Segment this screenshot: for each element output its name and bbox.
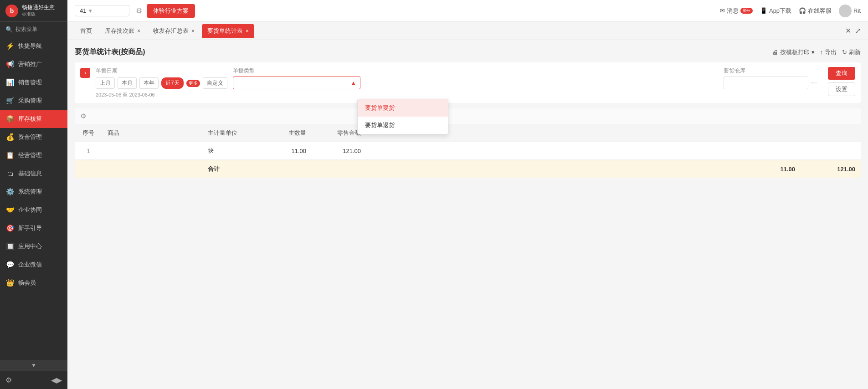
date-filter-group: 单据日期 上月 本月 本年 近7天 更多 自定义 2023-05-06 至 20… xyxy=(96,67,227,98)
finance-icon: 💰 xyxy=(5,133,15,142)
filter-actions: 查询 设置 xyxy=(828,67,855,96)
inventory-icon: 📦 xyxy=(5,114,15,123)
refresh-icon: ↻ xyxy=(842,49,847,56)
nav-label: 资金管理 xyxy=(18,133,42,141)
store-selector[interactable]: 41 ▾ xyxy=(75,5,129,16)
data-table-wrapper: ⚙ 序号 商品 主计量单位 主数量 零售金额 xyxy=(75,108,861,178)
tab-receive-summary[interactable]: 收发存汇总表 × xyxy=(148,24,200,38)
refresh-button[interactable]: ↻ 刷新 xyxy=(842,48,861,56)
sidebar-item-system[interactable]: ⚙️ 系统管理 xyxy=(0,183,67,201)
sidebar-item-guide[interactable]: 🎯 新手引导 xyxy=(0,219,67,237)
date-last-7-days[interactable]: 近7天 xyxy=(161,77,184,89)
sidebar-item-inventory[interactable]: 📦 库存核算 xyxy=(0,110,67,128)
nav-label: 采购管理 xyxy=(18,97,42,105)
filter-bar: › 单据日期 上月 本月 本年 近7天 更多 自定义 2023-05-06 至 … xyxy=(75,62,861,103)
sidebar-search[interactable]: 🔍 搜索菜单 xyxy=(0,22,67,37)
nav-label: 企业微信 xyxy=(18,261,42,269)
col-header-unit: 主计量单位 xyxy=(202,124,257,142)
sidebar-item-marketing[interactable]: 📢 营销推广 xyxy=(0,55,67,73)
warehouse-input[interactable] xyxy=(724,77,808,89)
user-name: Rit xyxy=(853,7,861,14)
tab-close-icon[interactable]: × xyxy=(137,28,140,34)
dropdown-item-return-goods[interactable]: 要货单退货 xyxy=(358,117,448,134)
topbar-gear-icon[interactable]: ⚙ xyxy=(136,6,142,15)
nav-label: 快捷导航 xyxy=(18,42,42,50)
online-service-label: 在线客服 xyxy=(808,7,832,15)
table-header-row: 序号 商品 主计量单位 主数量 零售金额 xyxy=(75,124,861,142)
type-label: 单据类型 xyxy=(233,67,360,75)
sidebar-bottom: ⚙ ◀▶ xyxy=(0,371,67,389)
sidebar-item-app-center[interactable]: 🔲 应用中心 xyxy=(0,237,67,256)
online-service-button[interactable]: 🎧 在线客服 xyxy=(799,7,832,15)
date-this-year[interactable]: 本年 xyxy=(139,77,159,89)
tab-order-summary[interactable]: 要货单统计表 × xyxy=(202,24,254,38)
cell-product xyxy=(102,142,202,160)
sidebar-item-business[interactable]: 📋 经营管理 xyxy=(0,146,67,164)
date-more-badge[interactable]: 更多 xyxy=(186,80,200,87)
tab-close-icon[interactable]: × xyxy=(246,28,249,34)
sidebar-scroll-down[interactable]: ▼ xyxy=(0,360,67,371)
topbar: 41 ▾ ⚙ 体验行业方案 ✉ 消息 99+ 📱 App下载 🎧 在线客服 R xyxy=(67,0,868,22)
enterprise-icon: 🤝 xyxy=(5,205,15,215)
tabbar: 首页 库存批次账 × 收发存汇总表 × 要货单统计表 × ✕ ⤢ xyxy=(67,22,868,40)
sidebar-item-member[interactable]: 👑 畅会员 xyxy=(0,274,67,292)
purchase-icon: 🛒 xyxy=(5,96,15,105)
sidebar-item-finance[interactable]: 💰 资金管理 xyxy=(0,128,67,146)
chevron-down-icon: ▾ xyxy=(89,7,92,14)
tab-inventory-batch[interactable]: 库存批次账 × xyxy=(99,24,146,38)
cell-extra xyxy=(366,142,861,160)
nav-label: 应用中心 xyxy=(18,242,42,251)
window-controls: ✕ ⤢ xyxy=(845,26,861,35)
query-button[interactable]: 查询 xyxy=(828,67,855,80)
print-label: 按模板打印 xyxy=(780,48,810,56)
content-area: 要货单统计表(按商品) 🖨 按模板打印 ▾ ↑ 导出 ↻ 刷新 xyxy=(67,40,868,389)
marketing-icon: 📢 xyxy=(5,60,15,69)
nav-label: 库存核算 xyxy=(18,115,42,123)
type-dropdown-menu: 要货单要货 要货单退货 xyxy=(357,99,448,134)
sidebar: b 畅捷通好生意 标准版 🔍 搜索菜单 ⚡ 快捷导航 📢 营销推广 📊 销售管理… xyxy=(0,0,67,389)
type-dropdown-arrow[interactable]: ▲ xyxy=(347,80,360,86)
chevron-down-icon: ▾ xyxy=(812,49,815,56)
collapse-icon[interactable]: ◀▶ xyxy=(51,376,62,384)
topbar-right: ✉ 消息 99+ 📱 App下载 🎧 在线客服 Rit xyxy=(720,5,861,17)
filter-expand-button[interactable]: › xyxy=(80,68,90,78)
tab-home[interactable]: 首页 xyxy=(75,24,98,38)
date-shortcut-row: 上月 本月 本年 近7天 更多 自定义 xyxy=(96,77,227,89)
quick-nav-icon: ⚡ xyxy=(5,41,15,51)
sidebar-item-quick-nav[interactable]: ⚡ 快捷导航 xyxy=(0,37,67,55)
brand-sub: 标准版 xyxy=(22,11,55,17)
app-download-button[interactable]: 📱 App下载 xyxy=(760,7,791,15)
date-custom[interactable]: 自定义 xyxy=(203,77,227,89)
type-filter-group: 单据类型 ▲ xyxy=(233,67,360,89)
settings-button[interactable]: 设置 xyxy=(828,82,855,96)
settings-icon[interactable]: ⚙ xyxy=(5,376,12,384)
messages-button[interactable]: ✉ 消息 99+ xyxy=(720,7,753,15)
sidebar-item-purchase[interactable]: 🛒 采购管理 xyxy=(0,92,67,110)
sidebar-item-sales[interactable]: 📊 销售管理 xyxy=(0,73,67,92)
table-settings-icon[interactable]: ⚙ xyxy=(80,112,86,120)
dropdown-item-require-goods[interactable]: 要货单要货 xyxy=(358,99,448,117)
maximize-window-icon[interactable]: ⤢ xyxy=(855,26,861,35)
export-button[interactable]: ↑ 导出 xyxy=(820,48,837,56)
nav-label: 系统管理 xyxy=(18,188,42,196)
dropdown-item-label: 要货单退货 xyxy=(365,122,395,128)
sidebar-item-enterprise[interactable]: 🤝 企业协同 xyxy=(0,201,67,219)
warehouse-more-icon[interactable]: ··· xyxy=(811,79,817,87)
nav-label: 企业协同 xyxy=(18,206,42,214)
sidebar-item-corp-wechat[interactable]: 💬 企业微信 xyxy=(0,256,67,274)
date-label: 单据日期 xyxy=(96,67,227,75)
date-prev-month[interactable]: 上月 xyxy=(96,77,115,89)
table-row: 1 块 11.00 121.00 xyxy=(75,142,861,160)
sidebar-item-basic[interactable]: 🗂 基础信息 xyxy=(0,164,67,183)
app-center-icon: 🔲 xyxy=(5,242,15,251)
user-menu[interactable]: Rit xyxy=(839,5,861,17)
date-this-month[interactable]: 本月 xyxy=(118,77,137,89)
member-icon: 👑 xyxy=(5,278,15,287)
type-input[interactable] xyxy=(233,80,347,87)
close-window-icon[interactable]: ✕ xyxy=(845,26,851,35)
tab-close-icon[interactable]: × xyxy=(191,28,195,34)
trial-button[interactable]: 体验行业方案 xyxy=(147,4,195,18)
basic-icon: 🗂 xyxy=(5,169,15,178)
tab-label: 要货单统计表 xyxy=(207,27,243,35)
print-template-button[interactable]: 🖨 按模板打印 ▾ xyxy=(772,48,815,56)
